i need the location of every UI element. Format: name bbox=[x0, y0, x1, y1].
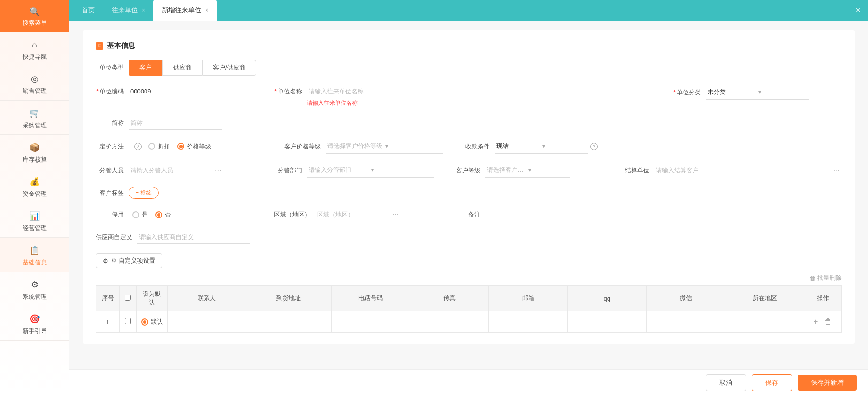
row-phone-input[interactable] bbox=[335, 315, 406, 328]
customer-tags-label: 客户标签 bbox=[96, 189, 124, 197]
row-email-input[interactable] bbox=[493, 315, 563, 328]
row-tags: 客户标签 + 标签 bbox=[96, 187, 842, 199]
supplier-custom-label: 供应商自定义 bbox=[96, 233, 132, 241]
sidebar-item-inventory[interactable]: 📦 库存核算 bbox=[0, 135, 69, 169]
sidebar-item-guide[interactable]: 🎯 新手引导 bbox=[0, 306, 69, 341]
row-wechat-input[interactable] bbox=[650, 315, 721, 328]
radio-yes[interactable]: 是 bbox=[132, 210, 148, 219]
radio-price-level-label: 价格等级 bbox=[187, 142, 211, 151]
search-icon: 🔍 bbox=[30, 7, 40, 17]
unit-name-input[interactable] bbox=[307, 85, 438, 98]
unit-type-group: 客户 供应商 客户/供应商 bbox=[129, 60, 256, 76]
short-name-label: 简称 bbox=[96, 119, 124, 127]
sidebar-item-sys-mgmt[interactable]: ⚙ 系统管理 bbox=[0, 272, 69, 306]
unit-category-select[interactable]: 未分类 ▾ bbox=[706, 85, 809, 100]
sidebar-item-basic-info[interactable]: 📋 基础信息 bbox=[0, 238, 69, 272]
customer-level-select[interactable]: 请选择客户等级 ▾ bbox=[485, 163, 570, 178]
payment-terms-help-icon[interactable]: ? bbox=[590, 143, 598, 150]
sidebar-item-purchase[interactable]: 🛒 采购管理 bbox=[0, 101, 69, 135]
select-all-checkbox[interactable] bbox=[125, 295, 131, 301]
row-checkbox-cell bbox=[120, 311, 137, 333]
short-name-input[interactable] bbox=[129, 116, 222, 130]
department-arrow: ▾ bbox=[371, 167, 432, 173]
row-default-radio[interactable]: 默认 bbox=[140, 318, 163, 326]
sidebar-item-operation[interactable]: 📊 经营管理 bbox=[0, 203, 69, 238]
region-more-btn[interactable]: ··· bbox=[390, 210, 400, 219]
customer-price-level-select[interactable]: 请选择客户价格等级 ▾ bbox=[326, 139, 443, 154]
region-field: 区域（地区） ··· bbox=[274, 208, 434, 221]
sidebar-item-finance[interactable]: 💰 资金管理 bbox=[0, 169, 69, 203]
radio-yes-circle bbox=[132, 211, 139, 218]
guide-icon: 🎯 bbox=[29, 313, 41, 325]
tab-partners-close[interactable]: × bbox=[142, 7, 145, 14]
add-tag-button[interactable]: + 标签 bbox=[129, 187, 159, 199]
remarks-input[interactable] bbox=[485, 208, 842, 221]
row-qq-input[interactable] bbox=[571, 315, 642, 328]
tab-partners[interactable]: 往来单位 × bbox=[103, 0, 153, 21]
radio-price-level[interactable]: 价格等级 bbox=[177, 142, 211, 151]
row-short-name: 简称 bbox=[96, 116, 842, 130]
purchase-icon: 🛒 bbox=[29, 107, 41, 119]
sidebar-item-sales[interactable]: ◎ 销售管理 bbox=[0, 66, 69, 101]
tab-home[interactable]: 首页 bbox=[73, 0, 103, 21]
radio-discount[interactable]: 折扣 bbox=[148, 142, 170, 151]
row-contact-input[interactable] bbox=[171, 315, 242, 328]
col-wechat: 微信 bbox=[647, 286, 725, 311]
row-email bbox=[489, 311, 568, 333]
tab-add-partner-close[interactable]: × bbox=[205, 7, 208, 14]
flag-icon: F bbox=[96, 42, 103, 50]
manager-input[interactable] bbox=[129, 164, 213, 177]
radio-no[interactable]: 否 bbox=[155, 210, 171, 219]
unit-category-label: 单位分类 bbox=[673, 88, 701, 97]
tab-partners-label: 往来单位 bbox=[112, 6, 138, 15]
col-fax: 传真 bbox=[410, 286, 489, 311]
pricing-help-icon[interactable]: ? bbox=[134, 143, 142, 150]
radio-price-level-circle bbox=[177, 143, 184, 150]
inventory-icon: 📦 bbox=[29, 141, 41, 154]
settings-icon: ⚙ bbox=[29, 279, 41, 291]
col-phone: 电话号码 bbox=[331, 286, 410, 311]
payment-terms-value: 现结 bbox=[496, 142, 541, 150]
unit-code-input[interactable] bbox=[129, 85, 222, 98]
form-area: F 基本信息 单位类型 客户 供应商 客户/供应商 单位编码 bbox=[69, 21, 868, 369]
save-button[interactable]: 保存 bbox=[752, 374, 792, 391]
row-default-radio-circle bbox=[141, 318, 148, 326]
custom-settings-button[interactable]: ⚙ ⚙ 自定义项设置 bbox=[96, 253, 162, 268]
supplier-custom-input[interactable] bbox=[137, 231, 250, 244]
settlement-unit-more[interactable]: ··· bbox=[832, 166, 842, 175]
tab-add-partner[interactable]: 新增往来单位 × bbox=[153, 0, 217, 21]
settlement-unit-input[interactable] bbox=[654, 164, 832, 177]
row-checkbox[interactable] bbox=[125, 318, 131, 324]
payment-terms-field: 收款条件 现结 ▾ ? bbox=[462, 139, 631, 154]
customer-price-level-label: 客户价格等级 bbox=[283, 142, 321, 151]
unit-type-supplier[interactable]: 供应商 bbox=[162, 60, 202, 76]
manager-more-btn[interactable]: ··· bbox=[213, 166, 223, 175]
settlement-unit-field: 结算单位 ··· bbox=[621, 164, 842, 177]
close-all-tabs[interactable]: × bbox=[852, 6, 864, 16]
row-address-input[interactable] bbox=[250, 315, 327, 328]
row-fax bbox=[410, 311, 489, 333]
col-qq: qq bbox=[568, 286, 647, 311]
department-field: 分管部门 请输入分管部门 ▾ bbox=[274, 163, 434, 178]
row-default: 默认 bbox=[137, 311, 168, 333]
cancel-button[interactable]: 取消 bbox=[706, 374, 746, 391]
operation-icon: 📊 bbox=[29, 210, 41, 222]
unit-type-customer[interactable]: 客户 bbox=[129, 60, 162, 76]
row-location-input[interactable] bbox=[729, 315, 800, 328]
sidebar-item-search[interactable]: 🔍 搜索菜单 bbox=[0, 0, 69, 32]
tab-add-partner-label: 新增往来单位 bbox=[162, 6, 201, 15]
batch-delete-label[interactable]: 批量删除 bbox=[817, 274, 842, 282]
sidebar-item-label: 快捷导航 bbox=[23, 53, 47, 61]
row-delete-btn[interactable]: 🗑 bbox=[822, 317, 834, 327]
unit-type-both[interactable]: 客户/供应商 bbox=[202, 60, 256, 76]
row-add-btn[interactable]: + bbox=[811, 317, 820, 327]
row-fax-input[interactable] bbox=[414, 315, 485, 328]
col-no: 序号 bbox=[96, 286, 120, 311]
sidebar-item-quick-nav[interactable]: ⌂ 快捷导航 bbox=[0, 32, 69, 66]
save-new-button[interactable]: 保存并新增 bbox=[798, 375, 857, 391]
payment-terms-select[interactable]: 现结 ▾ bbox=[495, 139, 588, 154]
region-input[interactable] bbox=[315, 208, 390, 221]
row-phone bbox=[331, 311, 410, 333]
row-wechat bbox=[647, 311, 725, 333]
department-select[interactable]: 请输入分管部门 ▾ bbox=[307, 163, 434, 178]
